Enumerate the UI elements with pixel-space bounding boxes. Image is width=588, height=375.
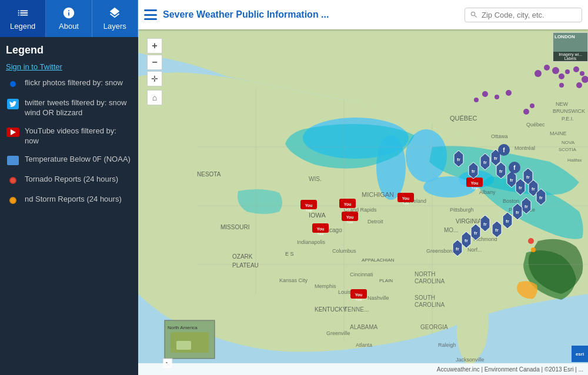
- svg-text:fr: fr: [465, 238, 468, 243]
- svg-text:Tube: Tube: [344, 207, 350, 211]
- svg-text:MICHIGAN: MICHIGAN: [362, 191, 394, 198]
- svg-point-130: [565, 69, 570, 74]
- svg-text:fr: fr: [456, 246, 459, 252]
- svg-point-129: [559, 73, 564, 79]
- svg-text:TENNE...: TENNE...: [344, 306, 369, 313]
- svg-text:fr: fr: [472, 169, 475, 174]
- svg-text:E S: E S: [285, 251, 294, 257]
- hamburger-icon[interactable]: [144, 9, 157, 20]
- svg-text:Detroit: Detroit: [368, 219, 383, 225]
- legend-item-youtube: YouTube videos filtered by: now: [6, 126, 132, 146]
- svg-text:Atlanta: Atlanta: [356, 342, 372, 348]
- youtube-label: YouTube videos filtered by: now: [25, 126, 132, 146]
- zoom-in-button[interactable]: +: [147, 38, 162, 53]
- search-input[interactable]: [482, 11, 576, 19]
- svg-point-141: [506, 90, 512, 96]
- map-title: Severe Weather Public Information ...: [163, 9, 459, 20]
- zoom-out-button[interactable]: −: [147, 55, 162, 70]
- svg-point-135: [559, 83, 564, 88]
- london-thumb-title: LONDON: [554, 34, 575, 39]
- svg-text:GEORGIA: GEORGIA: [420, 324, 448, 330]
- svg-text:Cincinnati: Cincinnati: [350, 272, 373, 277]
- svg-text:NESOTA: NESOTA: [197, 171, 221, 178]
- svg-text:fr: fr: [506, 219, 509, 224]
- twitter-label: twitter tweets filtered by: snow wind OR…: [25, 98, 132, 118]
- svg-point-139: [474, 98, 479, 102]
- svg-text:BRUNSWICK: BRUNSWICK: [553, 108, 585, 114]
- svg-text:Memphis: Memphis: [315, 283, 336, 289]
- pan-button[interactable]: ✛: [147, 71, 162, 86]
- map-area[interactable]: Severe Weather Public Information ...: [138, 0, 588, 375]
- twitter-signin-link[interactable]: Sign in to Twitter: [6, 62, 132, 71]
- svg-text:P.E.I.: P.E.I.: [562, 116, 574, 122]
- svg-text:APPALACHIAN: APPALACHIAN: [362, 257, 395, 263]
- svg-text:fr: fr: [519, 185, 522, 190]
- svg-text:CAROLINA: CAROLINA: [415, 278, 445, 284]
- search-box[interactable]: [465, 8, 582, 22]
- svg-text:OZARK: OZARK: [232, 253, 253, 260]
- temperature-icon: [6, 155, 20, 166]
- svg-text:Montréal: Montréal: [514, 145, 535, 151]
- svg-text:Halifax: Halifax: [567, 158, 582, 163]
- svg-text:Tube: Tube: [317, 232, 323, 236]
- svg-text:Greenville: Greenville: [326, 330, 350, 336]
- svg-text:Kansas City: Kansas City: [279, 277, 308, 283]
- home-button[interactable]: ⌂: [147, 90, 162, 105]
- svg-text:fr: fr: [510, 178, 513, 183]
- search-icon: [470, 11, 478, 19]
- svg-text:Raleigh: Raleigh: [438, 342, 456, 348]
- svg-text:fr: fr: [532, 186, 535, 192]
- svg-text:fr: fr: [457, 157, 460, 162]
- map-canvas[interactable]: IOWA MISSOURI OZARK PLATEAU E S NESOTA M…: [138, 29, 588, 375]
- svg-text:You: You: [355, 293, 363, 297]
- svg-text:Greensboro: Greensboro: [426, 248, 455, 254]
- svg-text:fr: fr: [524, 204, 528, 209]
- svg-text:fr: fr: [494, 156, 497, 161]
- svg-point-136: [523, 109, 529, 115]
- svg-point-143: [531, 247, 536, 252]
- svg-point-131: [573, 66, 579, 72]
- svg-text:Indianapolis: Indianapolis: [297, 239, 326, 245]
- tab-legend-label: Legend: [10, 22, 35, 31]
- sidebar: Legend About Layers Legend Sign in to Tw…: [0, 0, 138, 375]
- svg-text:NEW: NEW: [556, 101, 569, 107]
- flickr-label: flickr photos filtered by: snow: [25, 78, 123, 88]
- svg-text:North America: North America: [168, 325, 198, 330]
- svg-text:PLATEAU: PLATEAU: [232, 262, 259, 269]
- svg-text:Boston: Boston: [503, 198, 519, 204]
- svg-text:WIS.: WIS.: [309, 176, 322, 182]
- svg-text:You: You: [317, 227, 325, 231]
- svg-rect-147: [176, 341, 191, 350]
- svg-point-138: [482, 91, 488, 97]
- svg-text:KENTUCKY: KENTUCKY: [315, 306, 347, 313]
- svg-text:NOVA: NOVA: [562, 140, 575, 145]
- legend-panel: Legend Sign in to Twitter flickr photos …: [0, 37, 138, 375]
- svg-text:Ottawa: Ottawa: [491, 133, 508, 139]
- tab-layers[interactable]: Layers: [92, 0, 138, 37]
- tornado-label: Tornado Reports (24 hours): [25, 175, 118, 185]
- legend-item-storm: nd Storm Reports (24 hours): [6, 195, 132, 206]
- zoom-controls: + − ✛ ⌂: [147, 38, 162, 105]
- svg-text:You: You: [402, 196, 410, 200]
- tab-layers-label: Layers: [103, 22, 126, 31]
- storm-icon: [6, 195, 20, 206]
- svg-text:Tube: Tube: [305, 209, 312, 212]
- svg-text:Norf...: Norf...: [467, 247, 482, 253]
- tab-about[interactable]: About: [46, 0, 92, 37]
- map-header: Severe Weather Public Information ...: [138, 0, 588, 29]
- svg-text:You: You: [305, 203, 313, 207]
- svg-text:IOWA: IOWA: [309, 212, 326, 219]
- tab-legend[interactable]: Legend: [0, 0, 46, 37]
- attribution-bar: Accuweather.inc | Environment Canada | ©…: [138, 363, 588, 375]
- svg-text:fr: fr: [474, 230, 477, 236]
- storm-label: nd Storm Reports (24 hours): [25, 195, 122, 205]
- svg-text:CAROLINA: CAROLINA: [415, 302, 445, 308]
- svg-text:PLAIN: PLAIN: [379, 278, 393, 283]
- svg-text:Nashville: Nashville: [368, 295, 389, 301]
- svg-text:You: You: [346, 215, 354, 219]
- map-svg: IOWA MISSOURI OZARK PLATEAU E S NESOTA M…: [138, 29, 588, 375]
- svg-text:Tube: Tube: [402, 202, 409, 205]
- legend-item-temperature: Temperature Below 0F (NOAA): [6, 155, 132, 166]
- svg-text:Jacksonville: Jacksonville: [456, 357, 485, 363]
- svg-point-134: [576, 82, 582, 88]
